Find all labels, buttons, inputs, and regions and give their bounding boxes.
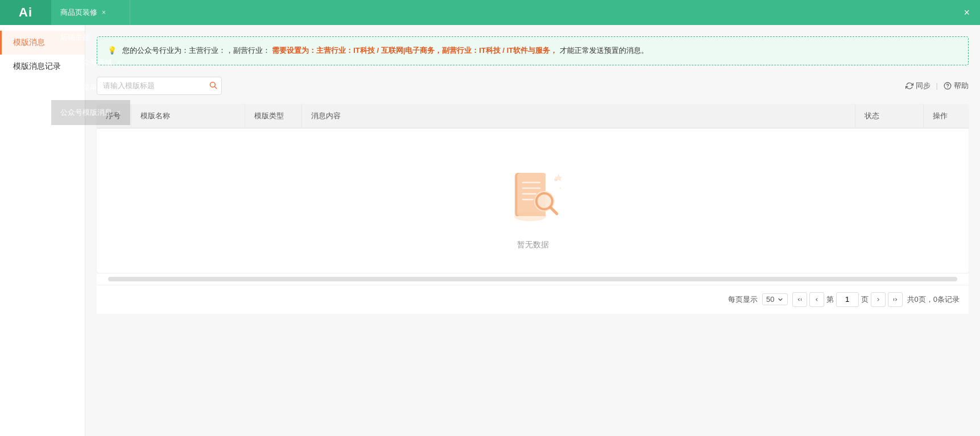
pagination: 每页显示 50 — [97, 285, 969, 314]
notice-box: 💡 您的公众号行业为：主营行业：，副营行业： 需要设置为：主营行业：IT科技 /… — [97, 36, 969, 65]
sync-button[interactable]: 同步 — [905, 81, 931, 91]
page-size-select[interactable]: 50 — [762, 293, 787, 305]
content-area: 💡 您的公众号行业为：主营行业：，副营行业： 需要设置为：主营行业：IT科技 /… — [85, 25, 980, 436]
first-page-button[interactable] — [792, 292, 807, 307]
page-suffix: 页 — [861, 294, 869, 305]
page-size-label: 每页显示 — [728, 294, 758, 305]
empty-text: 暂无数据 — [97, 240, 969, 250]
next-page-button[interactable] — [871, 292, 886, 307]
svg-line-1 — [214, 86, 216, 88]
app-logo: Ai — [0, 0, 51, 25]
close-tab-template-message[interactable]: × — [117, 109, 121, 117]
page-number-input[interactable] — [836, 292, 859, 307]
scrollbar-row — [97, 273, 969, 285]
search-button[interactable] — [209, 81, 217, 91]
main-layout: 模版消息模版消息记录 💡 您的公众号行业为：主营行业：，副营行业： 需要设置为：… — [0, 25, 980, 436]
empty-state: 暂无数据 — [97, 128, 969, 273]
empty-illustration — [499, 163, 567, 231]
table-col-type: 模版类型 — [245, 104, 301, 128]
notice-highlight: 需要设置为：主营行业：IT科技 / 互联网|电子商务，副营行业：IT科技 / I… — [272, 46, 557, 55]
nav-tab-store-theme[interactable]: 店铺主题× — [51, 25, 130, 50]
table-body: 暂无数据 — [97, 128, 969, 273]
close-tab-open-mall[interactable]: × — [117, 59, 121, 67]
page-total: 共0页，0条记录 — [907, 294, 960, 305]
help-label: 帮助 — [954, 81, 969, 91]
last-page-icon — [892, 297, 898, 302]
nav-tab-open-mall[interactable]: 开通公众号商城× — [51, 50, 130, 75]
fake-scrollbar[interactable] — [108, 277, 957, 281]
last-page-button[interactable] — [888, 292, 903, 307]
notice-text-suffix: 才能正常发送预置的消息。 — [560, 46, 648, 55]
search-icon — [209, 81, 217, 89]
help-button[interactable]: 帮助 — [944, 81, 969, 91]
table-col-name: 模版名称 — [131, 104, 245, 128]
toolbar-right: 同步 | 帮助 — [905, 81, 969, 91]
table-col-content: 消息内容 — [301, 104, 855, 128]
page-size-value: 50 — [766, 295, 774, 304]
nav-tab-template-message[interactable]: 公众号模版消息× — [51, 100, 130, 125]
notice-text-prefix: 您的公众号行业为：主营行业：，副营行业： — [122, 46, 270, 55]
sync-icon — [905, 82, 913, 90]
page-label: 第 — [826, 294, 834, 305]
top-nav: Ai 首页微商城店铺设置×商品分类设置×首页装修×商品页装修×店铺主题×开通公众… — [0, 0, 980, 25]
help-icon — [944, 82, 952, 90]
empty-state-row: 暂无数据 — [97, 128, 969, 273]
svg-line-11 — [551, 207, 557, 214]
sync-label: 同步 — [916, 81, 931, 91]
chevron-down-icon — [777, 296, 784, 303]
page-nav: 第 页 — [792, 292, 903, 307]
next-page-icon — [875, 297, 881, 302]
search-bar: 同步 | 帮助 — [97, 77, 969, 95]
prev-page-button[interactable] — [809, 292, 824, 307]
first-page-icon — [797, 297, 803, 302]
toolbar-divider: | — [936, 81, 938, 90]
close-tab-store-theme[interactable]: × — [94, 34, 98, 41]
search-input[interactable] — [97, 77, 222, 95]
table-col-status: 状态 — [855, 104, 923, 128]
prev-page-icon — [814, 297, 820, 302]
search-input-wrap — [97, 77, 222, 95]
table-header-row: 序号模版名称模版类型消息内容状态操作 — [97, 104, 969, 128]
table-container: 序号模版名称模版类型消息内容状态操作 — [97, 104, 969, 314]
svg-point-13 — [559, 187, 561, 189]
nav-tab-product-page-decor[interactable]: 商品页装修× — [51, 0, 130, 25]
table-col-action: 操作 — [923, 104, 969, 128]
table-head: 序号模版名称模版类型消息内容状态操作 — [97, 104, 969, 128]
nav-tabs-container: 首页微商城店铺设置×商品分类设置×首页装修×商品页装修×店铺主题×开通公众号商城… — [51, 0, 130, 125]
data-table: 序号模版名称模版类型消息内容状态操作 — [97, 104, 969, 273]
close-all-button[interactable]: × — [959, 7, 974, 19]
close-tab-product-page-decor[interactable]: × — [102, 9, 106, 16]
